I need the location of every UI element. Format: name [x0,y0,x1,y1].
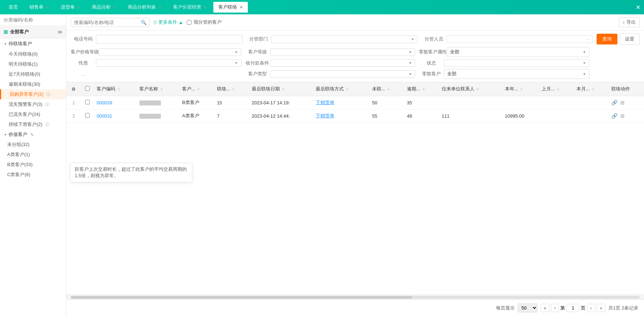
sidebar-collapse-icon[interactable]: ≫ [57,29,62,35]
scattered-attr-select[interactable]: 全部 ▼ [447,47,589,57]
unit-sort-icon[interactable]: ⇅ [476,87,479,91]
prev-page-btn[interactable]: ‹ [551,304,559,312]
page-number-input[interactable] [566,304,579,312]
nav-customer-tier[interactable]: 客户分层经营 ✕ [168,2,212,13]
export-button[interactable]: ↑ 导出 [619,17,640,27]
row2-type: A类客户 [179,109,214,123]
customer-type-select[interactable]: ▼ [270,70,416,78]
ellipsis-label[interactable]: ... [71,71,96,77]
row1-link-icon[interactable]: 🔗 [611,100,617,105]
row2-last-method: 下销货单 [313,109,369,123]
customer-grade-select[interactable]: ▼ [270,48,416,56]
sidebar-item-ungrouped[interactable]: 未分组(32) [0,140,66,150]
unlinked-sort-icon[interactable]: ⇅ [387,87,390,91]
customer-grade-caret: ▼ [408,50,412,54]
nav-analysis-list[interactable]: 商品分析列表 ✕ [123,2,167,13]
sidebar-value-group[interactable]: ▼ 价值客户 ✎ [0,129,66,140]
sidebar-all-customers[interactable]: ⊞ 全部客户 ≫ [0,26,66,38]
price-grade-label: 客户价格等级 [71,49,99,55]
status-select[interactable]: ▼ [444,59,589,67]
sidebar-item-declining[interactable]: 持续下滑客户(2) ⓘ [0,119,66,129]
main-search-input[interactable] [74,20,139,25]
sidebar-item-b-class[interactable]: B类客户(33) [0,160,66,170]
row1-last-month [539,96,574,109]
sidebar-item-churn-warning[interactable]: 流失预警客户(3) ⓘ [0,99,66,109]
value-group-label: 价值客户 [9,131,27,138]
nav-sales-close[interactable]: ✕ [46,5,49,10]
contact-sort-icon[interactable]: ⇅ [232,87,235,91]
next-page-btn[interactable]: › [587,304,595,312]
sidebar-item-7days[interactable]: 近7天待联络(0) [0,69,66,79]
filter-bar: 🔍 ▽ 更多条件 ▲ 我分管的客户 ↑ 导出 [66,14,644,30]
sidebar-item-overdue[interactable]: 逾期未联络(30) [0,79,66,89]
row1-method-link[interactable]: 下销货单 [316,100,334,105]
year-sort-icon[interactable]: ⇅ [520,87,523,91]
scrollbar-thumb[interactable] [71,296,412,299]
method-sort-icon[interactable]: ⇅ [346,87,349,91]
nav-customer-contact-close[interactable]: ✕ [240,5,243,10]
nav-customer-contact[interactable]: 客户联络 ✕ [213,2,248,13]
scattered-customer-select[interactable]: 全部 ▼ [444,69,589,79]
row1-grid-icon[interactable]: ⊞ [620,100,625,105]
nav-analysis-list-close[interactable]: ✕ [158,5,162,10]
row2-select[interactable] [85,113,90,118]
date-sort-icon[interactable]: ⇅ [282,87,284,91]
main-search-icon[interactable]: 🔍 [141,20,147,25]
sidebar-item-abnormal-repurchase[interactable]: 回购异常客户(2) ⓘ [0,89,66,99]
row2-last-month [539,109,574,123]
nav-sales[interactable]: 销售单 ✕ [24,2,54,13]
window-close-btn[interactable]: ✕ [636,4,640,11]
sidebar-item-a-class[interactable]: A类客户(1) [0,150,66,160]
nav-customer-tier-close[interactable]: ✕ [204,5,207,10]
horizontal-scrollbar[interactable] [66,294,644,300]
nature-select[interactable]: ▼ [96,59,241,67]
lastmonth-sort-icon[interactable]: ⇅ [557,87,560,91]
row2-contact: 7 [214,109,249,123]
nav-analysis-close[interactable]: ✕ [113,5,116,10]
nav-purchase[interactable]: 进货单 ✕ [56,2,85,13]
code-sort-icon[interactable]: ⇅ [117,87,120,91]
nav-purchase-close[interactable]: ✕ [77,5,80,10]
sidebar-search-input[interactable] [4,17,64,23]
phone-input[interactable] [96,35,242,44]
thismonth-sort-icon[interactable]: ⇅ [592,87,594,91]
row2-grid-icon[interactable]: ⊞ [620,113,625,119]
sidebar-item-today[interactable]: 今天待联络(0) [0,49,66,59]
nav-analysis-label: 商品分析 [92,4,111,10]
payment-select[interactable]: ▼ [270,59,416,67]
pending-arrow-icon: ▼ [4,42,7,46]
th-settings[interactable]: ⚙ [66,82,81,96]
table-row: 2 000031 A类客户 7 2023-04-12 14:44: [66,109,644,123]
sidebar-item-tomorrow[interactable]: 明天待联络(1) [0,59,66,69]
row2-code[interactable]: 000031 [94,109,136,123]
row1-code[interactable]: 000039 [94,96,136,109]
query-button[interactable]: 查询 [597,34,617,44]
dept-select[interactable]: ▼ [271,36,418,43]
sidebar-item-c-class[interactable]: C类客户(6) [0,170,66,180]
first-page-btn[interactable]: « [541,304,550,312]
settings-button[interactable]: 设置 [620,33,640,45]
row2-link-icon[interactable]: 🔗 [611,113,617,119]
last-page-btn[interactable]: » [597,304,606,312]
per-page-select[interactable]: 50 100 200 [518,303,538,312]
tooltip-text: 距客户上次交易时长，超过了此客户的平均交易周期的1.5倍，则视为异常。 [75,166,187,178]
type-sort-icon[interactable]: ⇅ [197,87,200,91]
value-group-edit-icon[interactable]: ✎ [30,132,34,137]
more-conditions-btn[interactable]: ▽ 更多条件 ▲ [153,19,183,25]
nav-analysis[interactable]: 商品分析 ✕ [87,2,121,13]
row2-method-link[interactable]: 下销货单 [316,113,334,118]
overdue-sort-icon[interactable]: ⇅ [422,87,425,91]
select-all-checkbox[interactable] [85,86,90,91]
person-select[interactable]: ··· [446,36,593,43]
my-customer-checkbox[interactable] [187,20,191,25]
filter-dept: 分管部门 ▼ [246,36,418,43]
row2-this-month [574,109,608,123]
row1-select[interactable] [85,100,90,104]
row2-actions: 🔗 ⊞ [608,109,644,123]
name-sort-icon[interactable]: ⇅ [160,87,163,91]
sidebar-group-pending[interactable]: ▼ 待联络客户 [0,38,66,49]
price-grade-select[interactable]: ▼ [99,48,241,56]
sidebar-item-churned[interactable]: 已流失客户(24) [0,109,66,119]
nav-home[interactable]: 首页 [4,2,23,13]
filter-customer-grade: 客户等级 ▼ [245,48,416,56]
